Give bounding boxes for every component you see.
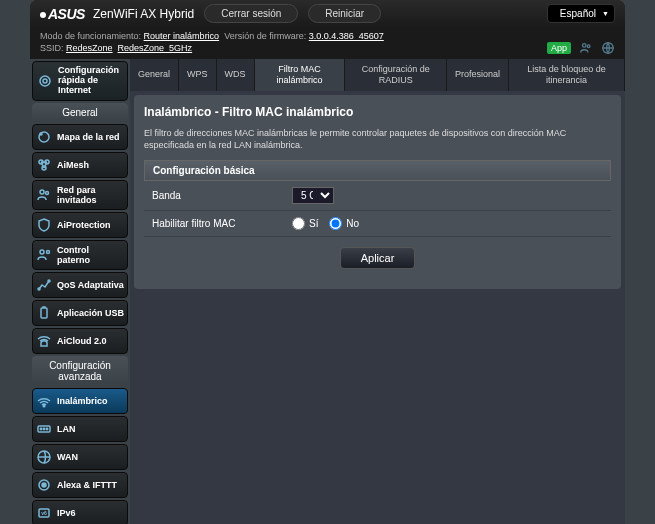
sidebar-item-qos-adaptativa[interactable]: QoS Adaptativa — [32, 272, 128, 298]
enable-label: Habilitar filtro MAC — [152, 218, 292, 229]
tabs: GeneralWPSWDSFiltro MAC inalámbricoConfi… — [130, 59, 625, 91]
sidebar-item-label: Control paterno — [57, 245, 124, 265]
asus-logo: ASUS — [40, 6, 85, 22]
ssid2-link[interactable]: RedesZone_5GHz — [118, 43, 193, 53]
ssid-label: SSID: — [40, 43, 64, 53]
sidebar-item-inal-mbrico[interactable]: Inalámbrico — [32, 388, 128, 414]
enable-no-radio[interactable] — [329, 217, 342, 230]
tab-general[interactable]: General — [130, 59, 179, 91]
svg-point-21 — [46, 428, 47, 429]
sidebar-item-label: Mapa de la red — [57, 132, 120, 142]
sidebar-item-label: WAN — [57, 452, 78, 462]
gear-icon — [37, 73, 53, 89]
sidebar-item-label: AiProtection — [57, 220, 111, 230]
band-select[interactable]: 5 GHz — [292, 187, 334, 204]
svg-point-13 — [47, 250, 50, 253]
fw-label: Versión de firmware: — [224, 31, 306, 41]
sidebar-item-label: Alexa & IFTTT — [57, 480, 117, 490]
panel-title: Inalámbrico - Filtro MAC inalámbrico — [144, 105, 611, 119]
sidebar-item-aicloud-2-0[interactable]: AiCloud 2.0 — [32, 328, 128, 354]
sidebar-item-ipv6[interactable]: v6IPv6 — [32, 500, 128, 524]
ssid1-link[interactable]: RedesZone — [66, 43, 113, 53]
mode-link[interactable]: Router inalámbrico — [144, 31, 220, 41]
mode-label: Modo de funcionamiento: — [40, 31, 141, 41]
svg-point-17 — [43, 405, 45, 407]
general-header: General — [32, 103, 128, 122]
sidebar-item-control-paterno[interactable]: Control paterno — [32, 240, 128, 270]
sidebar-item-label: LAN — [57, 424, 76, 434]
panel-desc: El filtro de direcciones MAC inalámbrica… — [144, 127, 611, 152]
svg-point-11 — [46, 191, 49, 194]
panel: Inalámbrico - Filtro MAC inalámbrico El … — [134, 95, 621, 289]
sidebar-item-label: AiCloud 2.0 — [57, 336, 107, 346]
nav-icon — [36, 477, 52, 493]
advanced-header: Configuración avanzada — [32, 356, 128, 386]
sidebar-item-red-para-invitados[interactable]: Red para invitados — [32, 180, 128, 210]
tab-configuraci-n-de-radius[interactable]: Configuración de RADIUS — [345, 59, 447, 91]
tab-wds[interactable]: WDS — [217, 59, 255, 91]
sidebar-item-label: Inalámbrico — [57, 396, 108, 406]
nav-icon: v6 — [36, 505, 52, 521]
enable-row: Habilitar filtro MAC Sí No — [144, 211, 611, 237]
nav-icon — [36, 247, 52, 263]
nav-icon — [36, 449, 52, 465]
language-select[interactable]: Español — [547, 4, 615, 23]
nav-icon — [36, 305, 52, 321]
svg-point-19 — [40, 428, 41, 429]
sidebar-item-label: IPv6 — [57, 508, 76, 518]
tab-filtro-mac-inal-mbrico[interactable]: Filtro MAC inalámbrico — [255, 59, 346, 91]
svg-point-1 — [587, 45, 590, 48]
tab-lista-de-bloqueo-de-itinerancia[interactable]: Lista de bloqueo de itinerancia — [509, 59, 625, 91]
nav-icon — [36, 187, 52, 203]
svg-point-4 — [43, 79, 47, 83]
tab-wps[interactable]: WPS — [179, 59, 217, 91]
apply-button[interactable]: Aplicar — [340, 247, 416, 269]
tab-profesional[interactable]: Profesional — [447, 59, 509, 91]
nav-icon — [36, 157, 52, 173]
sidebar-item-label: Aplicación USB — [57, 308, 124, 318]
svg-rect-16 — [41, 308, 47, 318]
sidebar-item-aiprotection[interactable]: AiProtection — [32, 212, 128, 238]
content: GeneralWPSWDSFiltro MAC inalámbricoConfi… — [130, 59, 625, 524]
nav-icon — [36, 129, 52, 145]
app-badge[interactable]: App — [547, 42, 571, 54]
enable-yes-radio[interactable] — [292, 217, 305, 230]
product-name: ZenWiFi AX Hybrid — [93, 7, 194, 21]
fw-link[interactable]: 3.0.0.4.386_45607 — [309, 31, 384, 41]
users-icon[interactable] — [579, 41, 593, 55]
sidebar-item-label: AiMesh — [57, 160, 89, 170]
yes-label: Sí — [309, 218, 318, 229]
nav-icon — [36, 421, 52, 437]
globe-icon[interactable] — [601, 41, 615, 55]
section-header: Configuración básica — [144, 160, 611, 181]
reboot-button[interactable]: Reiniciar — [308, 4, 381, 23]
svg-point-24 — [42, 483, 46, 487]
sidebar-item-label: QoS Adaptativa — [57, 280, 124, 290]
nav-icon — [36, 277, 52, 293]
sidebar-item-wan[interactable]: WAN — [32, 444, 128, 470]
svg-text:v6: v6 — [41, 510, 47, 516]
svg-point-6 — [40, 133, 42, 135]
svg-point-12 — [40, 250, 44, 254]
nav-icon — [36, 333, 52, 349]
svg-point-0 — [583, 44, 587, 48]
topbar: ASUS ZenWiFi AX Hybrid Cerrar sesión Rei… — [30, 0, 625, 27]
band-row: Banda 5 GHz — [144, 181, 611, 211]
nav-icon — [36, 217, 52, 233]
logout-button[interactable]: Cerrar sesión — [204, 4, 298, 23]
sidebar: Configuraciónrápida de Internet General … — [30, 59, 130, 524]
sidebar-item-alexa-ifttt[interactable]: Alexa & IFTTT — [32, 472, 128, 498]
info-bar: Modo de funcionamiento: Router inalámbri… — [30, 27, 625, 59]
quick-setup-button[interactable]: Configuraciónrápida de Internet — [32, 61, 128, 101]
sidebar-item-mapa-de-la-red[interactable]: Mapa de la red — [32, 124, 128, 150]
band-label: Banda — [152, 190, 292, 201]
sidebar-item-lan[interactable]: LAN — [32, 416, 128, 442]
svg-point-10 — [40, 190, 44, 194]
svg-point-20 — [43, 428, 44, 429]
sidebar-item-aplicaci-n-usb[interactable]: Aplicación USB — [32, 300, 128, 326]
no-label: No — [346, 218, 359, 229]
nav-icon — [36, 393, 52, 409]
svg-point-3 — [40, 76, 50, 86]
sidebar-item-label: Red para invitados — [57, 185, 124, 205]
sidebar-item-aimesh[interactable]: AiMesh — [32, 152, 128, 178]
